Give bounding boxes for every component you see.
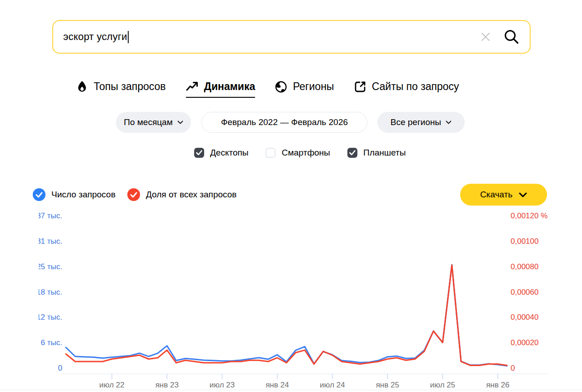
- svg-text:июл 25: июл 25: [430, 381, 455, 389]
- svg-text:июл 22: июл 22: [99, 381, 124, 389]
- chevron-down-icon: [446, 121, 452, 124]
- search-submit-button[interactable]: [503, 29, 520, 45]
- tab-sites[interactable]: Сайты по запросу: [354, 80, 459, 98]
- svg-text:0,00020: 0,00020: [511, 338, 538, 347]
- region-value: Все регионы: [391, 117, 441, 127]
- svg-text:0: 0: [511, 364, 515, 372]
- svg-text:янв 25: янв 25: [376, 381, 399, 389]
- external-link-icon: [354, 81, 366, 93]
- tab-regions[interactable]: Регионы: [275, 80, 334, 98]
- tab-label: Сайты по запросу: [372, 80, 459, 93]
- download-button[interactable]: Скачать: [460, 184, 547, 206]
- check-icon: [349, 150, 356, 156]
- checkbox-tablets[interactable]: Планшеты: [347, 148, 406, 158]
- svg-text:янв 26: янв 26: [486, 381, 509, 389]
- group-by-value: По месяцам: [124, 117, 172, 127]
- checkbox-label: Смартфоны: [281, 148, 330, 158]
- svg-text:0: 0: [58, 364, 62, 372]
- checkbox-smartphones[interactable]: Смартфоны: [266, 148, 330, 158]
- chart-canvas: 37 тыс.31 тыс.25 тыс.18 тыс.12 тыс.6 тыс…: [39, 209, 548, 391]
- svg-text:31 тыс.: 31 тыс.: [39, 237, 62, 246]
- group-by-dropdown[interactable]: По месяцам: [116, 112, 191, 133]
- chart-legend: Число запросов Доля от всех запросов: [33, 188, 236, 201]
- tab-tops[interactable]: Топы запросов: [76, 80, 166, 98]
- legend-label: Число запросов: [51, 190, 115, 200]
- legend-check-red: [127, 188, 140, 201]
- svg-text:0,00060: 0,00060: [511, 288, 538, 297]
- tab-label: Топы запросов: [94, 80, 166, 93]
- clear-search-button[interactable]: [480, 31, 492, 43]
- page-bottom-divider: [0, 390, 582, 390]
- svg-text:12 тыс.: 12 тыс.: [39, 313, 62, 322]
- svg-text:6 тыс.: 6 тыс.: [41, 338, 62, 347]
- svg-text:июл 24: июл 24: [320, 381, 345, 389]
- chevron-down-icon: [177, 121, 183, 124]
- legend-query-share[interactable]: Доля от всех запросов: [127, 188, 236, 201]
- legend-check-blue: [33, 188, 45, 201]
- trend-up-icon: [186, 81, 198, 92]
- svg-text:18 тыс.: 18 тыс.: [39, 288, 62, 297]
- tab-dynamics[interactable]: Динамика: [186, 80, 256, 98]
- legend-label: Доля от всех запросов: [146, 190, 236, 200]
- checkbox-box: [347, 148, 357, 158]
- yandex-wordstat-page: { "search": { "value": "эскорт услуги" }…: [0, 0, 582, 392]
- checkbox-box: [266, 148, 276, 158]
- check-icon: [35, 192, 43, 198]
- device-filters: Десктопы Смартфоны Планшеты: [194, 148, 406, 158]
- download-label: Скачать: [480, 190, 512, 200]
- checkbox-box: [194, 148, 204, 158]
- check-icon: [196, 150, 202, 156]
- date-range-value: Февраль 2022 — Февраль 2026: [221, 117, 348, 127]
- legend-query-count[interactable]: Число запросов: [33, 188, 115, 201]
- svg-text:июл 23: июл 23: [210, 381, 235, 389]
- check-icon: [130, 192, 137, 198]
- date-range-picker[interactable]: Февраль 2022 — Февраль 2026: [201, 112, 367, 133]
- globe-icon: [275, 81, 287, 93]
- chevron-down-icon: [519, 192, 527, 197]
- dynamics-chart[interactable]: 37 тыс.31 тыс.25 тыс.18 тыс.12 тыс.6 тыс…: [39, 209, 548, 391]
- svg-text:0,00040: 0,00040: [511, 313, 538, 322]
- flame-icon: [76, 80, 88, 93]
- region-dropdown[interactable]: Все регионы: [377, 112, 465, 133]
- svg-text:янв 24: янв 24: [266, 381, 289, 389]
- checkbox-label: Планшеты: [363, 148, 406, 158]
- tab-label: Динамика: [204, 80, 256, 93]
- checkbox-label: Десктопы: [210, 148, 248, 158]
- svg-text:25 тыс.: 25 тыс.: [39, 262, 62, 271]
- view-tabs: Топы запросов Динамика Регионы Сайты по …: [76, 80, 459, 98]
- svg-text:янв 23: янв 23: [156, 381, 179, 389]
- text-caret: [128, 31, 129, 43]
- tab-label: Регионы: [293, 80, 334, 93]
- checkbox-desktops[interactable]: Десктопы: [194, 148, 248, 158]
- search-input[interactable]: эскорт услуги: [52, 20, 531, 54]
- svg-text:37 тыс.: 37 тыс.: [39, 211, 62, 220]
- svg-text:0,00120 %: 0,00120 %: [511, 211, 547, 220]
- search-icon: [503, 29, 520, 45]
- close-icon: [481, 32, 491, 42]
- svg-text:0,00100: 0,00100: [511, 237, 538, 246]
- svg-text:0,00080: 0,00080: [511, 262, 538, 271]
- search-query-text: эскорт услуги: [63, 31, 127, 43]
